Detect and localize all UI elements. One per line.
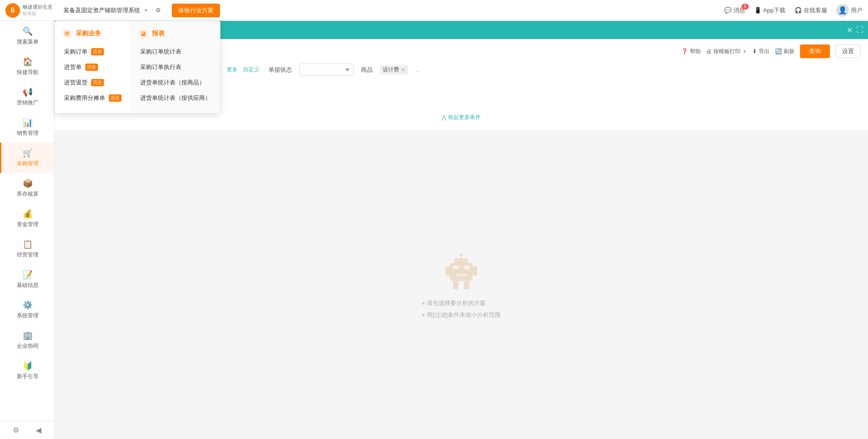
tab-expand-icon[interactable]: ⛶	[856, 26, 863, 34]
menu-item-report-order-stats[interactable]: 采购订单统计表	[138, 44, 213, 59]
svg-rect-13	[141, 34, 142, 36]
sidebar-item-basic-info[interactable]: 📝 基础信息	[0, 264, 54, 295]
system-title-text: 装备及固定资产辅助管理系统	[63, 6, 140, 15]
enterprise-icon: 🏢	[23, 330, 33, 340]
sidebar-item-operations[interactable]: 📋 经营管理	[0, 234, 54, 264]
sidebar-label-operations: 经营管理	[17, 251, 39, 259]
report-order-stats-label: 采购订单统计表	[140, 48, 181, 56]
empty-state: 请先选择要分析的方案 用[过滤]条件来缩小分析范围	[54, 131, 868, 439]
logo-text: 畅捷通好生意	[23, 4, 53, 10]
report-goods-label: 进货单统计表（按商品）	[140, 79, 205, 87]
avatar: 👤	[836, 4, 849, 17]
menu-item-report-goods[interactable]: 进货单统计表（按商品）	[138, 75, 213, 90]
export-btn[interactable]: ⬇ 导出	[752, 48, 770, 55]
goods-tag-value: 设计费	[383, 66, 399, 74]
message-btn[interactable]: 💬 消息 9	[724, 6, 745, 15]
sidebar-settings-btn[interactable]: ⚙	[13, 426, 19, 434]
marketing-icon: 📢	[23, 87, 33, 97]
headset-icon: 🎧	[795, 7, 802, 14]
menu-item-report-supplier[interactable]: 进货单统计表（按供应商）	[138, 90, 213, 106]
logo-area: 6 畅捷通好生意 标准版	[5, 3, 60, 18]
sidebar-item-guide[interactable]: 🔰 新手引导	[0, 355, 54, 386]
empty-hint2: 用[过滤]条件来缩小分析范围	[422, 309, 501, 321]
svg-rect-14	[143, 33, 144, 36]
print-btn[interactable]: 🖨 按模板打印 ▼	[706, 48, 747, 55]
sidebar-item-sales[interactable]: 📊 销售管理	[0, 112, 54, 143]
online-service-label: 在线客服	[804, 6, 827, 15]
empty-text: 请先选择要分析的方案 用[过滤]条件来缩小分析范围	[422, 297, 501, 321]
header-right: 💬 消息 9 📱 App下载 🎧 在线客服 👤 用户	[724, 4, 863, 17]
sidebar-item-system[interactable]: ⚙️ 系统管理	[0, 295, 54, 325]
app-download-label: App下载	[763, 6, 785, 15]
report-supplier-label: 进货单统计表（按供应商）	[140, 94, 211, 102]
logo-text-block: 畅捷通好生意 标准版	[23, 4, 53, 16]
goods-ellipsis[interactable]: ...	[415, 66, 420, 73]
purchase-icon: 🛒	[23, 148, 33, 158]
svg-rect-11	[64, 31, 70, 36]
menu-item-purchase-order[interactable]: 采购订单 历史	[62, 44, 123, 59]
export-icon: ⬇	[752, 48, 757, 54]
goods-tag-close[interactable]: ✕	[401, 67, 405, 73]
svg-rect-9	[453, 281, 458, 289]
hist-badge-purchase-receipt: 历史	[85, 64, 98, 71]
svg-rect-6	[456, 274, 467, 276]
sidebar-label-purchase: 采购管理	[17, 160, 39, 168]
svg-rect-5	[464, 266, 469, 269]
online-service-btn[interactable]: 🎧 在线客服	[795, 6, 827, 15]
gear-button[interactable]: ⚙	[152, 4, 165, 17]
collapse-arrow: ⋀	[442, 114, 446, 121]
app-download-btn[interactable]: 📱 App下载	[754, 6, 785, 15]
sidebar: 🔍 搜索菜单 🏠 快捷导航 📢 营销推广 📊 销售管理 🛒 采购管理 📦 库存核…	[0, 21, 54, 439]
purchase-order-label: 采购订单	[64, 48, 88, 56]
menu-item-purchase-expense[interactable]: 采购费用分摊单 历史	[62, 90, 123, 106]
sidebar-collapse-btn[interactable]: ◀	[36, 426, 41, 434]
report-title: 报表	[138, 29, 213, 39]
top-header: 6 畅捷通好生意 标准版 装备及固定资产辅助管理系统 ▼ ⚙ 体验行业方案 💬 …	[0, 0, 868, 21]
sidebar-item-quick-nav[interactable]: 🏠 快捷导航	[0, 51, 54, 82]
help-label: 帮助	[690, 48, 701, 55]
sidebar-label-quick-nav: 快捷导航	[17, 69, 39, 76]
sidebar-label-enterprise: 企业协同	[17, 342, 39, 350]
sidebar-label-guide: 新手引导	[17, 373, 39, 380]
purchase-return-label: 进货退货	[64, 79, 88, 87]
user-btn[interactable]: 👤 用户	[836, 4, 863, 17]
svg-rect-4	[453, 266, 458, 269]
svg-rect-7	[445, 266, 450, 276]
inventory-icon: 📦	[23, 178, 33, 188]
report-order-exec-label: 采购订单执行表	[140, 63, 181, 71]
business-title-icon	[62, 29, 72, 39]
empty-illustration	[439, 249, 484, 290]
help-btn[interactable]: ❓ 帮助	[681, 48, 701, 55]
menu-item-purchase-return[interactable]: 进货退货 历史	[62, 75, 123, 90]
settings-button[interactable]: 设置	[835, 44, 861, 58]
sidebar-item-search[interactable]: 🔍 搜索菜单	[0, 21, 54, 51]
system-title-arrow[interactable]: ▼	[144, 8, 148, 13]
sidebar-label-inventory: 库存核算	[17, 190, 39, 198]
print-arrow[interactable]: ▼	[742, 49, 747, 54]
sidebar-item-inventory[interactable]: 📦 库存核算	[0, 173, 54, 203]
quick-custom-btn[interactable]: 自定义	[241, 65, 261, 74]
refresh-btn[interactable]: 🔄 刷新	[775, 48, 795, 55]
menu-item-purchase-receipt[interactable]: 进货单 历史	[62, 59, 123, 75]
empty-hint1: 请先选择要分析的方案	[422, 297, 501, 309]
logo-icon: 6	[5, 3, 20, 18]
purchase-dropdown-menu: 采购业务 采购订单 历史 进货单 历史 进货退货 历史 采购费用分摊单 历史 报…	[54, 21, 220, 113]
svg-rect-15	[144, 32, 145, 36]
query-button[interactable]: 查询	[800, 44, 830, 58]
sidebar-item-enterprise[interactable]: 🏢 企业协同	[0, 325, 54, 355]
quick-more-btn[interactable]: 更多	[225, 65, 239, 74]
hist-badge-purchase-order: 历史	[91, 48, 104, 55]
purchase-expense-label: 采购费用分摊单	[64, 94, 105, 102]
voucher-status-select[interactable]	[299, 64, 354, 76]
tab-close-all-icon[interactable]: ✕	[847, 26, 853, 35]
search-icon: 🔍	[23, 26, 33, 36]
sidebar-item-purchase[interactable]: 🛒 采购管理	[0, 143, 54, 173]
svg-point-3	[460, 254, 463, 256]
sidebar-item-marketing[interactable]: 📢 营销推广	[0, 82, 54, 112]
basic-info-icon: 📝	[23, 270, 33, 280]
system-icon: ⚙️	[23, 300, 33, 310]
guide-icon: 🔰	[23, 361, 33, 371]
sidebar-item-finance[interactable]: 💰 资金管理	[0, 203, 54, 234]
menu-item-report-order-exec[interactable]: 采购订单执行表	[138, 59, 213, 75]
industry-btn[interactable]: 体验行业方案	[172, 4, 220, 17]
